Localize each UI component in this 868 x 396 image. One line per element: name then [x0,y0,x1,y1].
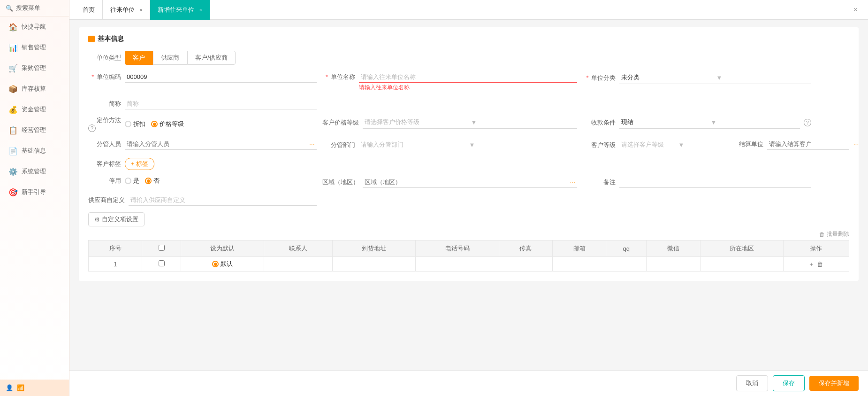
tab-close-partners[interactable]: × [139,7,142,13]
add-row-btn[interactable]: + [809,261,813,268]
supplier-custom-input[interactable] [129,194,317,206]
bottom-bar: 取消 保存 保存并新增 [69,370,868,396]
settlement-more-btn[interactable]: ··· [852,140,861,148]
row-default[interactable]: 默认 [181,257,264,272]
table-row: 1默认+🗑 [89,257,849,272]
default-radio[interactable] [212,261,219,267]
row-邮箱[interactable] [552,257,606,272]
dept-select[interactable]: 请输入分管部门 ▼ [359,139,578,151]
settlement-label: 结算单位 [735,140,763,148]
tab-new-partner[interactable]: 新增往来单位× [150,0,210,20]
unit-category-label: * 单位分类 [583,74,616,82]
custom-settings-label: 自定义项设置 [102,215,138,224]
quick-nav-icon: 🏠 [8,22,18,31]
sidebar-item-inventory[interactable]: 📦库存核算 [0,78,69,99]
pricing-level-radio[interactable]: 价格等级 [151,120,184,128]
row-到货地址[interactable] [333,257,416,272]
tab-close-new-partner[interactable]: × [199,7,202,13]
dept-field: 分管部门 请输入分管部门 ▼ [317,139,583,151]
unit-code-field: * 单位编码 [88,71,317,83]
user-icon: 👤 [6,384,13,391]
section-icon [88,36,95,42]
table-actions: 🗑 批量删除 [88,230,849,238]
sidebar-item-basic[interactable]: 📄基础信息 [0,140,69,161]
region-input[interactable] [363,177,566,187]
batch-delete-label: 批量删除 [827,230,849,238]
sidebar-label-guide: 新手引导 [22,188,46,196]
save-new-button[interactable]: 保存并新增 [809,376,859,391]
tab-home[interactable]: 首页 [75,0,103,20]
type-btn-customer[interactable]: 客户 [125,51,153,65]
custom-settings-button[interactable]: ⚙ 自定义项设置 [88,212,145,226]
contacts-table: 序号设为默认联系人到货地址电话号码传真邮箱qq微信所在地区操作 1默认+🗑 [88,240,849,272]
abbr-field: 简称 [88,98,317,109]
unit-type-field: 单位类型 客户供应商客户/供应商 [88,51,849,65]
abbr-input[interactable] [125,98,317,109]
window-close-button[interactable]: × [849,6,862,14]
type-btn-supplier[interactable]: 供应商 [153,51,187,65]
cancel-button[interactable]: 取消 [736,375,768,391]
pricing-help-icon[interactable]: ? [88,124,96,132]
region-field: 区域（地区） ··· [317,177,583,188]
unit-type-label: 单位类型 [88,54,121,62]
sidebar-item-quick-nav[interactable]: 🏠快捷导航 [0,16,69,37]
payment-select[interactable]: 现结 ▼ [619,116,800,129]
sidebar-item-finance[interactable]: 💰资金管理 [0,99,69,120]
expand-icon: 📶 [17,384,24,391]
tab-partners[interactable]: 往来单位× [103,0,150,20]
sidebar-label-basic: 基础信息 [22,147,46,155]
settlement-input[interactable] [767,139,850,149]
row-微信[interactable] [647,257,700,272]
pricing-discount-radio[interactable]: 折扣 [125,120,145,128]
customer-price-select[interactable]: 请选择客户价格等级 ▼ [363,116,578,129]
sidebar-item-guide[interactable]: 🎯新手引导 [0,182,69,202]
payment-help-icon[interactable]: ? [804,119,811,126]
table-header: 到货地址 [333,241,416,257]
level-radio-circle [151,121,158,127]
customer-level-select[interactable]: 请选择客户等级 ▼ [619,139,735,151]
manager-more-btn[interactable]: ··· [307,140,317,148]
disabled-yes-radio[interactable]: 是 [125,177,139,185]
manager-row: 分管人员 ··· 分管部门 请输入分管部门 ▼ 客户等级 [88,139,849,151]
abbr-row: 简称 [88,98,849,109]
remark-input[interactable] [619,177,811,188]
unit-name-input[interactable] [359,71,578,83]
unit-category-select[interactable]: 未分类 ▼ [619,71,811,84]
unit-code-input[interactable] [125,71,317,83]
sidebar-item-purchase[interactable]: 🛒采购管理 [0,58,69,78]
table-header: 所在地区 [700,241,783,257]
row-所在地区[interactable] [700,257,783,272]
yes-radio-circle [125,178,131,184]
row-qq[interactable] [606,257,647,272]
sidebar-item-system[interactable]: ⚙️系统管理 [0,161,69,182]
region-label: 区域（地区） [322,178,359,186]
sidebar-item-sales[interactable]: 📊销售管理 [0,37,69,58]
required-star-2: * [326,73,328,80]
table-select-all[interactable] [159,245,165,251]
row-checkbox[interactable] [159,260,165,266]
tabbar: 首页往来单位×新增往来单位× × [69,0,868,20]
supplier-custom-field: 供应商自定义 [88,194,317,206]
section-title-text: 基本信息 [98,35,124,43]
delete-row-btn[interactable]: 🗑 [817,261,823,268]
region-more-btn[interactable]: ··· [568,179,578,186]
customer-level-field: 客户等级 请选择客户等级 ▼ [583,139,735,151]
disabled-label: 停用 [88,177,121,185]
type-btn-both[interactable]: 客户/供应商 [187,51,236,65]
sidebar-bottom: 👤 📶 [0,380,69,396]
default-label: 默认 [221,260,233,268]
row-电话号码[interactable] [416,257,499,272]
sidebar-item-operations[interactable]: 📋经营管理 [0,120,69,140]
table-header: 序号 [89,241,142,257]
payment-value: 现结 [621,118,708,126]
search-menu[interactable]: 🔍 搜索菜单 [0,0,69,16]
disabled-no-radio[interactable]: 否 [145,177,160,185]
table-header: 电话号码 [416,241,499,257]
save-button[interactable]: 保存 [773,375,805,391]
manager-input[interactable] [125,139,305,149]
inventory-icon: 📦 [8,84,18,93]
row-传真[interactable] [499,257,552,272]
row-联系人[interactable] [264,257,333,272]
batch-delete-button[interactable]: 🗑 批量删除 [819,230,849,238]
tag-add-button[interactable]: + 标签 [125,158,154,170]
